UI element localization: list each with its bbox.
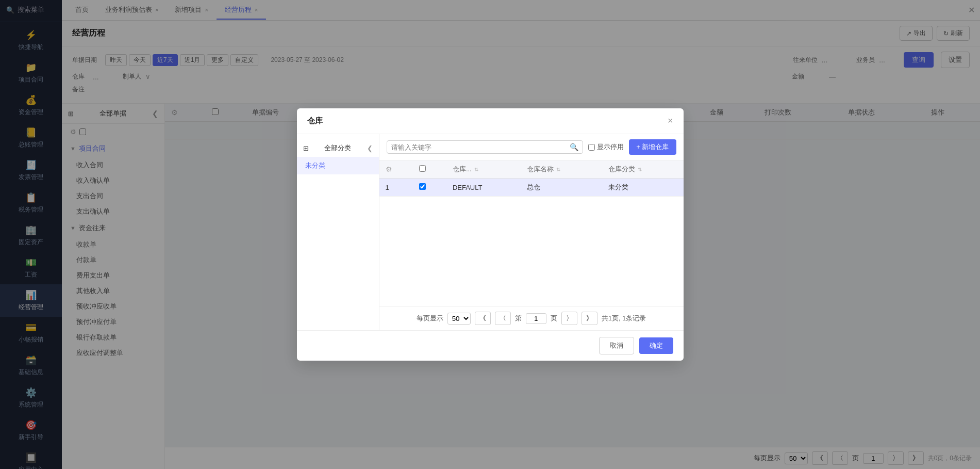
modal-search-icon: 🔍: [570, 143, 578, 151]
modal-title: 仓库: [307, 116, 323, 126]
modal-row-num: 1: [379, 179, 413, 197]
modal-page-label: 第: [515, 314, 522, 323]
modal-table-row[interactable]: 1 DEFAULT 总仓 未分类: [379, 179, 684, 197]
modal-table: ⚙ 仓库... ⇅ 仓库名称 ⇅: [379, 160, 684, 197]
modal-page-unit: 页: [551, 314, 557, 323]
modal-col-name-label: 仓库名称: [527, 165, 554, 173]
modal-close-button[interactable]: ×: [668, 116, 673, 126]
modal-row-name: 总仓: [521, 179, 602, 197]
show-disabled-checkbox[interactable]: 显示停用: [588, 142, 624, 152]
modal-prev-page[interactable]: 〈: [495, 312, 511, 325]
modal-content: 🔍 显示停用 + 新增仓库 ⚙: [379, 134, 684, 330]
modal-table-wrap: ⚙ 仓库... ⇅ 仓库名称 ⇅: [379, 160, 684, 306]
modal-sidebar-item-unclassified[interactable]: 未分类: [297, 157, 379, 174]
sort-icon-category: ⇅: [638, 167, 642, 172]
modal-search-input[interactable]: [391, 143, 567, 151]
modal-gear-icon[interactable]: ⚙: [386, 165, 392, 173]
modal-toolbar: 🔍 显示停用 + 新增仓库: [379, 134, 684, 160]
modal-sidebar-header: ⊞ 全部分类 ❮: [297, 139, 379, 157]
modal-col-category-label: 仓库分类: [608, 165, 635, 173]
sort-icon-name: ⇅: [556, 167, 560, 172]
modal-col-checkbox: [413, 160, 446, 179]
modal-sidebar-title: 全部分类: [324, 143, 351, 153]
sort-icon-code: ⇅: [474, 167, 478, 172]
modal-select-all[interactable]: [419, 165, 426, 172]
add-warehouse-button[interactable]: + 新增仓库: [629, 139, 676, 155]
modal-col-gear: ⚙: [379, 160, 413, 179]
modal-search-box: 🔍: [387, 140, 584, 154]
modal-last-page[interactable]: 》: [582, 312, 597, 325]
modal-row-category: 未分类: [602, 179, 684, 197]
modal-sidebar-grid-icon: ⊞: [303, 144, 309, 152]
unclassified-label: 未分类: [305, 161, 325, 170]
modal-sidebar: ⊞ 全部分类 ❮ 未分类: [297, 134, 379, 330]
modal-sidebar-collapse[interactable]: ❮: [367, 144, 373, 152]
modal-footer: 取消 确定: [297, 330, 684, 361]
modal-first-page[interactable]: 《: [475, 312, 491, 325]
modal-col-code-label: 仓库...: [453, 165, 472, 173]
modal-body: ⊞ 全部分类 ❮ 未分类 🔍 显示停用: [297, 134, 684, 330]
show-disabled-label: 显示停用: [597, 142, 624, 152]
confirm-button[interactable]: 确定: [639, 337, 673, 354]
modal-table-header: ⚙ 仓库... ⇅ 仓库名称 ⇅: [379, 160, 684, 179]
modal-overlay: 仓库 × ⊞ 全部分类 ❮ 未分类: [0, 0, 980, 469]
modal-col-name[interactable]: 仓库名称 ⇅: [521, 160, 602, 179]
modal-col-category[interactable]: 仓库分类 ⇅: [602, 160, 684, 179]
modal-per-page-label: 每页显示: [417, 314, 443, 323]
modal-col-code[interactable]: 仓库... ⇅: [446, 160, 521, 179]
show-disabled-input[interactable]: [588, 144, 595, 151]
modal-row-code: DEFAULT: [446, 179, 521, 197]
warehouse-modal: 仓库 × ⊞ 全部分类 ❮ 未分类: [297, 108, 684, 361]
cancel-button[interactable]: 取消: [599, 337, 634, 354]
modal-page-input[interactable]: [526, 313, 546, 324]
modal-header: 仓库 ×: [297, 108, 684, 134]
modal-total-info: 共1页, 1条记录: [602, 314, 646, 323]
modal-pagination: 每页显示 50 《 〈 第 页 〉 》 共1页, 1条记录: [379, 306, 684, 330]
modal-per-page-select[interactable]: 50: [447, 313, 471, 325]
modal-row-checkbox[interactable]: [413, 179, 446, 197]
modal-row-select[interactable]: [419, 183, 426, 190]
modal-next-page[interactable]: 〉: [561, 312, 577, 325]
